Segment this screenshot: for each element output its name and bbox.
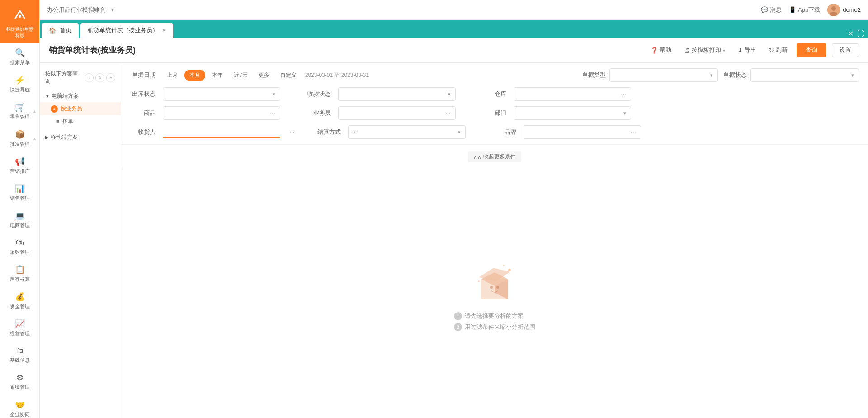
sidebar-item-system[interactable]: ⚙ 系统管理 <box>0 368 39 395</box>
svg-point-13 <box>496 286 499 289</box>
collapse-icon: ∧∧ <box>473 154 481 160</box>
svg-point-11 <box>503 265 505 266</box>
tabbar: 🏠 首页 销货单统计表（按业务员） ✕ ✕ ⛶ <box>40 20 868 38</box>
settle-select[interactable]: × ▾ <box>348 125 466 139</box>
panel-add-btn[interactable]: + <box>85 73 94 82</box>
consignee-dots-icon: ··· <box>289 128 295 136</box>
status-select[interactable]: ▾ <box>750 68 859 82</box>
template-print-btn[interactable]: 🖨 按模板打印 ▾ <box>680 44 729 56</box>
filter-row-2: 出库状态 ▾ 收款状态 ▾ 仓库 ··· <box>130 87 859 101</box>
sidebar-item-enterprise[interactable]: 🤝 企业协同 <box>0 395 39 418</box>
sidebar-item-label: 基础信息 <box>10 357 30 364</box>
collapse-bar: ∧∧ 收起更多条件 <box>121 145 868 169</box>
empty-state: 1 请先选择要分析的方案 2 用过滤条件来缩小分析范围 <box>121 169 868 418</box>
wholesale-icon: 📦 <box>15 129 25 139</box>
sidebar-item-operation[interactable]: 📈 经营管理 <box>0 314 39 342</box>
help-btn[interactable]: ❓ 帮助 <box>647 44 675 56</box>
tab-close-icon[interactable]: ✕ <box>162 28 166 33</box>
sidebar-item-ecommerce[interactable]: 💻 电商管理 <box>0 206 39 233</box>
sidebar-item-label: 销售管理 <box>10 195 30 202</box>
date-more[interactable]: 更多 <box>255 70 274 81</box>
date-last-7days[interactable]: 近7天 <box>230 70 252 81</box>
date-label: 单据日期 <box>130 71 156 79</box>
warehouse-dots-icon: ··· <box>621 90 626 98</box>
enterprise-icon: 🤝 <box>15 400 25 410</box>
left-panel: 按以下方案查询 + ✎ « ▼ 电脑端方案 ● 按业务员 <box>40 63 121 418</box>
warehouse-select[interactable]: ··· <box>514 87 631 101</box>
collapse-btn[interactable]: ∧∧ 收起更多条件 <box>468 151 521 162</box>
goods-label: 商品 <box>130 109 156 117</box>
search-icon: 🔍 <box>15 48 25 58</box>
topbar-message[interactable]: 💬 消息 <box>761 6 782 14</box>
date-this-month[interactable]: 本月 <box>184 70 205 81</box>
sidebar-item-shortcut[interactable]: ⚡ 快捷导航 <box>0 71 39 98</box>
pay-status-select[interactable]: ▾ <box>338 87 456 101</box>
mobile-scheme-label[interactable]: ▶ 移动端方案 <box>40 131 121 143</box>
staff-select[interactable]: ··· <box>338 106 456 120</box>
panel-collapse-btn[interactable]: « <box>106 73 115 82</box>
date-group: 上月 本月 本年 近7天 更多 自定义 2023-03-01 至 2023-03… <box>163 70 369 81</box>
page-actions: ❓ 帮助 🖨 按模板打印 ▾ ⬇ 导出 ↻ 刷新 查询 设置 <box>647 43 859 57</box>
mobile-scheme-arrow: ▶ <box>45 135 49 140</box>
goods-select[interactable]: ··· <box>163 106 280 120</box>
sidebar-item-sales[interactable]: 📊 销售管理 <box>0 179 39 206</box>
export-btn[interactable]: ⬇ 导出 <box>734 44 760 56</box>
scheme-item-by-order[interactable]: ≡ 按单 <box>40 115 121 128</box>
sidebar-item-search[interactable]: 🔍 搜索菜单 <box>0 43 39 71</box>
type-label: 单据类型 <box>580 71 606 79</box>
sidebar-item-label: 系统管理 <box>10 384 30 391</box>
sidebar-item-label: 快捷导航 <box>10 86 30 93</box>
sidebar-item-finance[interactable]: 💰 资金管理 <box>0 287 39 314</box>
settings-button[interactable]: 设置 <box>832 43 859 57</box>
query-button[interactable]: 查询 <box>797 43 826 57</box>
empty-illustration <box>470 256 519 308</box>
mobile-scheme-section: ▶ 移动端方案 <box>40 129 121 145</box>
dept-select[interactable]: ▾ <box>514 106 631 120</box>
svg-point-9 <box>508 269 511 271</box>
desktop-scheme-label[interactable]: ▼ 电脑端方案 <box>40 90 121 102</box>
date-custom[interactable]: 自定义 <box>276 70 301 81</box>
sidebar-item-marketing[interactable]: 📢 营销推广 <box>0 152 39 179</box>
brand-name: 畅捷通好生意 标版 <box>5 26 35 39</box>
svg-rect-0 <box>12 6 28 23</box>
main-area: 办公用品行业模拟账套 ▾ 💬 消息 📱 App下载 demo2 🏠 首页 <box>40 0 868 418</box>
sidebar-item-label: 批发管理 <box>10 141 30 147</box>
sidebar-item-purchase[interactable]: 🛍 采购管理 <box>0 233 39 260</box>
tab-close-window-icon[interactable]: ✕ <box>848 29 854 38</box>
refresh-icon: ↻ <box>769 47 774 54</box>
scheme-item-by-staff[interactable]: ● 按业务员 <box>40 102 121 115</box>
date-this-year[interactable]: 本年 <box>208 70 227 81</box>
goods-dots-icon: ··· <box>270 109 275 117</box>
tabbar-actions: ✕ ⛶ <box>848 29 868 38</box>
finance-icon: 💰 <box>15 292 25 302</box>
tab-home[interactable]: 🏠 首页 <box>42 23 79 38</box>
sidebar-item-stock[interactable]: 📋 库存核算 <box>0 260 39 287</box>
sidebar-item-label: 电商管理 <box>10 222 30 229</box>
topbar-app-download[interactable]: 📱 App下载 <box>789 6 820 14</box>
order-scheme-icon: ≡ <box>56 118 60 125</box>
system-icon: ⚙ <box>16 373 24 383</box>
out-status-chevron-icon: ▾ <box>273 91 275 97</box>
type-select[interactable]: ▾ <box>609 68 718 82</box>
sidebar: 畅捷通好生意 标版 🔍 搜索菜单 ⚡ 快捷导航 🛒 零售管理 ▲ 📦 批发管理 … <box>0 0 40 418</box>
refresh-btn[interactable]: ↻ 刷新 <box>765 44 791 56</box>
topbar-user[interactable]: demo2 <box>827 4 861 16</box>
date-last-month[interactable]: 上月 <box>163 70 182 81</box>
topbar-chevron[interactable]: ▾ <box>111 7 114 13</box>
consignee-input[interactable] <box>163 127 280 138</box>
brand-select[interactable]: ··· <box>524 125 641 139</box>
out-status-select[interactable]: ▾ <box>163 87 280 101</box>
panel-edit-btn[interactable]: ✎ <box>95 73 104 82</box>
shortcut-icon: ⚡ <box>15 75 25 85</box>
topbar: 办公用品行业模拟账套 ▾ 💬 消息 📱 App下载 demo2 <box>40 0 868 20</box>
sidebar-item-wholesale[interactable]: 📦 批发管理 ▲ <box>0 125 39 152</box>
sidebar-item-retail[interactable]: 🛒 零售管理 ▲ <box>0 98 39 125</box>
status-chevron-icon: ▾ <box>851 72 854 78</box>
tab-sales-stat[interactable]: 销货单统计表（按业务员） ✕ <box>80 23 173 38</box>
sidebar-item-label: 采购管理 <box>10 249 30 256</box>
sidebar-item-label: 经营管理 <box>10 330 30 337</box>
sidebar-item-base[interactable]: 🗂 基础信息 <box>0 342 39 368</box>
tab-maximize-icon[interactable]: ⛶ <box>857 30 864 38</box>
pay-status-chevron-icon: ▾ <box>448 91 451 97</box>
settle-clear-icon[interactable]: × <box>353 129 356 135</box>
